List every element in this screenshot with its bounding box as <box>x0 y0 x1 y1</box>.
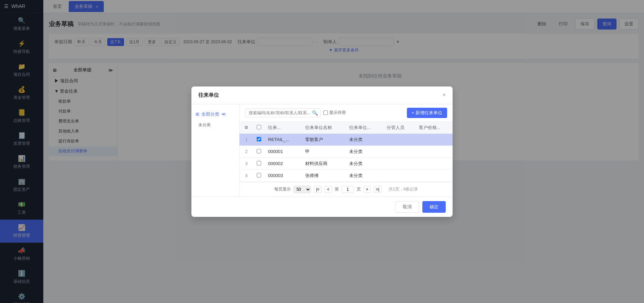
modal-body: ⊞ 全部分类 ≪ 未分类 🔍 <box>191 104 453 197</box>
row-num: 4 <box>240 170 253 182</box>
all-category-label: 全部分类 <box>201 111 219 117</box>
page-number-input[interactable] <box>342 186 354 193</box>
row-price <box>415 145 453 158</box>
modal-overlay: 往来单位 × ⊞ 全部分类 ≪ 未分类 <box>0 0 644 303</box>
per-page-label: 每页显示 <box>274 186 291 192</box>
page-label: 第 <box>335 186 339 192</box>
row-name: 零散客户 <box>302 133 346 145</box>
page-prev-button[interactable]: < <box>325 186 332 193</box>
modal-toolbar: 🔍 显示停用 + 新增往来单位 <box>240 104 453 122</box>
col-header-manager: 分管人员 <box>383 122 415 134</box>
page-suffix: 页 <box>357 186 361 192</box>
row-check[interactable] <box>253 170 265 182</box>
search-icon: 🔍 <box>312 110 318 116</box>
row-category: 未分类 <box>346 145 383 158</box>
row-num: 2 <box>240 145 253 158</box>
modal-footer: 取消 确定 <box>191 197 453 217</box>
row-code: 000002 <box>265 158 302 170</box>
row-category: 未分类 <box>346 158 383 170</box>
search-wrap: 🔍 <box>245 108 321 117</box>
row-check[interactable] <box>253 158 265 170</box>
row-manager <box>383 170 415 182</box>
row-name: 材料供应商 <box>302 158 346 170</box>
modal-pagination: 每页显示 50 100 |< < 第 页 > >| 共1页，4条记录 <box>240 182 453 197</box>
add-unit-button[interactable]: + 新增往来单位 <box>407 108 447 118</box>
row-name: 甲 <box>302 145 346 158</box>
table-row[interactable]: 4 000003 张师傅 未分类 <box>240 170 453 182</box>
modal-close-button[interactable]: × <box>443 92 446 98</box>
total-info: 共1页，4条记录 <box>389 186 418 192</box>
modal-dialog: 往来单位 × ⊞ 全部分类 ≪ 未分类 <box>191 86 453 217</box>
col-header-name: 往来单位名称 <box>302 122 346 134</box>
row-manager <box>383 158 415 170</box>
col-header-config: ⚙ <box>240 122 253 134</box>
row-num: 1 <box>240 133 253 145</box>
modal-right-panel: 🔍 显示停用 + 新增往来单位 ⚙ <box>240 104 453 197</box>
col-header-code: 往来... <box>265 122 302 134</box>
row-manager <box>383 145 415 158</box>
row-name: 张师傅 <box>302 170 346 182</box>
row-price <box>415 133 453 145</box>
category-grid-icon: ⊞ <box>196 112 199 117</box>
per-page-select[interactable]: 50 100 <box>293 186 311 193</box>
table-row[interactable]: 1 RETAIL_... 零散客户 未分类 <box>240 133 453 145</box>
modal-title: 往来单位 <box>198 92 219 98</box>
select-all-checkbox[interactable] <box>257 125 261 129</box>
col-header-category: 往来单位... <box>346 122 383 134</box>
page-first-button[interactable]: |< <box>314 186 322 193</box>
row-manager <box>383 133 415 145</box>
modal-category-unclassified[interactable]: 未分类 <box>191 120 239 130</box>
table-row[interactable]: 2 000001 甲 未分类 <box>240 145 453 158</box>
modal-all-category[interactable]: ⊞ 全部分类 ≪ <box>191 108 239 120</box>
modal-header: 往来单位 × <box>191 86 453 104</box>
col-header-price: 客户价格... <box>415 122 453 134</box>
confirm-button[interactable]: 确定 <box>422 201 446 213</box>
row-check[interactable] <box>253 133 265 145</box>
show-disabled-checkbox[interactable] <box>323 110 328 115</box>
row-code: 000003 <box>265 170 302 182</box>
modal-search-input[interactable] <box>245 108 321 117</box>
modal-left-panel: ⊞ 全部分类 ≪ 未分类 <box>191 104 240 197</box>
modal-search-area: 🔍 显示停用 <box>245 108 346 117</box>
table-row[interactable]: 3 000002 材料供应商 未分类 <box>240 158 453 170</box>
row-code: RETAIL_... <box>265 133 302 145</box>
show-disabled-label[interactable]: 显示停用 <box>323 110 346 116</box>
row-code: 000001 <box>265 145 302 158</box>
row-price <box>415 158 453 170</box>
page-next-button[interactable]: > <box>364 186 371 193</box>
page-last-button[interactable]: >| <box>374 186 382 193</box>
modal-table: ⚙ 往来... 往来单位名称 往来单位... 分管人员 客户价格... <box>240 122 453 182</box>
row-category: 未分类 <box>346 133 383 145</box>
collapse-icon: ≪ <box>221 112 226 117</box>
row-price <box>415 170 453 182</box>
cancel-button[interactable]: 取消 <box>396 201 419 213</box>
row-num: 3 <box>240 158 253 170</box>
col-header-check[interactable] <box>253 122 265 134</box>
row-category: 未分类 <box>346 170 383 182</box>
row-check[interactable] <box>253 145 265 158</box>
